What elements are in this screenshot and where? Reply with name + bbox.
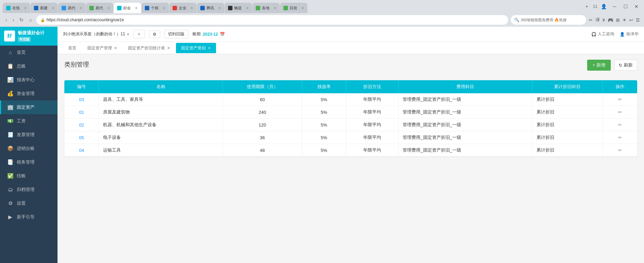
browser-tab-t2[interactable]: 新建✕ bbox=[30, 3, 58, 13]
browser-tab-t6[interactable]: 个税✕ bbox=[141, 3, 169, 13]
tab-close-icon[interactable]: ✕ bbox=[24, 6, 27, 10]
sidebar-icon-funds: 💰 bbox=[7, 91, 13, 97]
tab-close-icon[interactable]: ✕ bbox=[52, 6, 54, 10]
edit-icon[interactable]: ✏ bbox=[618, 135, 622, 140]
address-bar[interactable]: 🔒 https://cloud.chanjet.com/accounting/u… bbox=[36, 15, 508, 25]
sidebar-item-inventory[interactable]: 📦进销台账 bbox=[0, 142, 58, 155]
browser-tab-t11[interactable]: 目前✕ bbox=[280, 3, 307, 13]
row-actions: ✏ bbox=[603, 106, 637, 119]
sidebar-item-fixed-assets[interactable]: 🏢固定资产 bbox=[0, 100, 58, 114]
browser-tab-t3[interactable]: 易代✕ bbox=[58, 3, 86, 13]
browser-tab-t1[interactable]: 在线✕ bbox=[3, 3, 30, 13]
tab-close-icon[interactable]: ✕ bbox=[301, 6, 304, 10]
app-container: 好 畅捷通好会计 专业版 ⌂首页📋总账📊报表中心💰资金管理🏢固定资产💵工资🧾发票… bbox=[0, 27, 644, 263]
tab-close-icon[interactable]: ✕ bbox=[274, 6, 276, 10]
browser-tab-t9[interactable]: 畅提✕ bbox=[225, 3, 252, 13]
row-name: 房屋及建筑物 bbox=[99, 106, 223, 119]
browser-tab-t4[interactable]: 易代✕ bbox=[86, 3, 113, 13]
search-bar[interactable]: 🔍 360智能抠图免费用 🔥热搜 bbox=[511, 15, 586, 25]
menu-icon[interactable]: ☰ bbox=[636, 17, 640, 23]
currency-icon[interactable]: ¥ bbox=[603, 17, 605, 23]
app-tab-close-depreciation[interactable]: ✕ bbox=[167, 46, 170, 50]
undo-icon[interactable]: ↩ bbox=[629, 17, 633, 23]
grid-icon[interactable]: ⊞ bbox=[616, 17, 620, 23]
sidebar-item-invoices[interactable]: 🧾发票管理 bbox=[0, 128, 58, 142]
back-button[interactable]: ‹ bbox=[4, 16, 9, 23]
sidebar-item-reports[interactable]: 📊报表中心 bbox=[0, 73, 58, 87]
edit-icon[interactable]: ✏ bbox=[618, 109, 622, 115]
home-button[interactable]: ⌂ bbox=[28, 16, 33, 23]
row-expense: 管理费用_固定资产折旧_一级 bbox=[399, 131, 532, 144]
add-account-button[interactable]: ＋ bbox=[133, 30, 145, 38]
tab-close-icon[interactable]: ✕ bbox=[135, 6, 138, 10]
user-btn[interactable]: 👤 徐泽华 bbox=[620, 31, 639, 37]
tab-close-icon[interactable]: ✕ bbox=[190, 6, 193, 10]
row-expense: 管理费用_固定资产折旧_一级 bbox=[399, 144, 532, 157]
sidebar-item-funds[interactable]: 💰资金管理 bbox=[0, 87, 58, 100]
app-tab-close-fixed-mgmt[interactable]: ✕ bbox=[114, 46, 117, 50]
translate-icon[interactable]: 译 bbox=[595, 17, 600, 23]
tab-close-icon[interactable]: ✕ bbox=[218, 6, 221, 10]
forward-button[interactable]: › bbox=[11, 16, 16, 23]
calendar-icon[interactable]: 📅 bbox=[220, 32, 225, 37]
consult-btn[interactable]: 🎧 人工咨询 bbox=[591, 31, 614, 37]
row-method: 年限平均 bbox=[346, 119, 399, 131]
settings-small-button[interactable]: ⚙ bbox=[149, 31, 160, 38]
add-button[interactable]: + 新增 bbox=[587, 60, 611, 71]
row-code[interactable]: 02 bbox=[64, 119, 99, 131]
edit-icon[interactable]: ✏ bbox=[618, 147, 622, 153]
sidebar-item-guide[interactable]: ▶新手引导 bbox=[0, 210, 58, 224]
browser-tab-t7[interactable]: 企业✕ bbox=[169, 3, 197, 13]
sidebar-item-archive[interactable]: 🗂归档管理 bbox=[0, 183, 58, 196]
table-header: 编号名称使用期限（月）残值率折旧方法费用科目累计折旧科目操作 bbox=[64, 80, 637, 93]
sidebar-item-home[interactable]: ⌂首页 bbox=[0, 46, 58, 59]
tab-close-icon[interactable]: ✕ bbox=[246, 6, 249, 10]
row-code[interactable]: 01 bbox=[64, 106, 99, 119]
row-expense: 管理费用_固定资产折旧_一级 bbox=[399, 119, 532, 131]
app-tab-depreciation[interactable]: 固定资产折旧统计表✕ bbox=[123, 43, 175, 53]
row-code[interactable]: 03 bbox=[64, 93, 99, 106]
refresh-button[interactable]: ↻ 刷新 bbox=[614, 60, 637, 71]
main-content: 类别管理 + 新增 ↻ 刷新 编号名称使用期限（月）残值率折旧方法费用科目累计折… bbox=[58, 54, 644, 263]
game-icon[interactable]: 🎮 bbox=[608, 17, 613, 23]
edit-icon[interactable]: ✏ bbox=[618, 122, 622, 128]
sidebar-item-tax[interactable]: 📑税务管理 bbox=[0, 155, 58, 169]
row-period: 120 bbox=[223, 119, 302, 131]
maximize-button[interactable]: ☐ bbox=[621, 3, 630, 10]
tab-close-icon[interactable]: ✕ bbox=[107, 6, 110, 10]
row-period: 48 bbox=[223, 144, 302, 157]
tab-count: 11 bbox=[593, 4, 597, 9]
profile-button[interactable]: 👤 bbox=[599, 3, 608, 10]
browser-tabs-controls[interactable]: ＋ 11 👤 ─ ☐ ✕ bbox=[579, 3, 644, 10]
close-button[interactable]: ✕ bbox=[632, 3, 641, 10]
app-tab-home[interactable]: 首页 bbox=[63, 43, 81, 53]
theme-icon[interactable]: ☀ bbox=[622, 17, 627, 23]
edit-icon[interactable]: ✏ bbox=[618, 97, 622, 102]
sidebar-label-funds: 资金管理 bbox=[17, 91, 35, 97]
minimize-button[interactable]: ─ bbox=[610, 3, 619, 10]
sidebar-item-settlement[interactable]: ✅结账 bbox=[0, 169, 58, 183]
browser-tab-t10[interactable]: 各地✕ bbox=[252, 3, 280, 13]
sidebar-icon-guide: ▶ bbox=[7, 214, 13, 220]
table-th: 操作 bbox=[603, 80, 637, 93]
ssl-icon: 🔒 bbox=[40, 18, 45, 22]
row-code[interactable]: 05 bbox=[64, 131, 99, 144]
tab-favicon bbox=[173, 6, 177, 10]
row-code[interactable]: 04 bbox=[64, 144, 99, 157]
row-residual: 5% bbox=[302, 144, 346, 157]
tab-close-icon[interactable]: ✕ bbox=[163, 6, 165, 10]
app-tab-fixed-mgmt[interactable]: 固定资产管理✕ bbox=[82, 43, 122, 53]
app-tab-close-category[interactable]: ✕ bbox=[208, 46, 211, 50]
app-tab-category[interactable]: 固定资产类别✕ bbox=[176, 43, 216, 53]
sidebar-item-settings[interactable]: ⚙设置 bbox=[0, 196, 58, 210]
browser-tab-t5[interactable]: 好会✕ bbox=[114, 3, 141, 13]
reload-button[interactable]: ↻ bbox=[18, 16, 25, 23]
new-tab-button[interactable]: ＋ bbox=[582, 3, 592, 10]
switch-version-button[interactable]: 切到旧版 bbox=[164, 30, 188, 38]
tab-close-icon[interactable]: ✕ bbox=[79, 6, 82, 10]
sidebar-item-payroll[interactable]: 💵工资 bbox=[0, 114, 58, 128]
sidebar-item-ledger[interactable]: 📋总账 bbox=[0, 59, 58, 73]
browser-tab-t8[interactable]: 腾讯✕ bbox=[197, 3, 224, 13]
cut-icon[interactable]: ✂ bbox=[589, 17, 593, 23]
page-title: 类别管理 bbox=[64, 60, 89, 69]
